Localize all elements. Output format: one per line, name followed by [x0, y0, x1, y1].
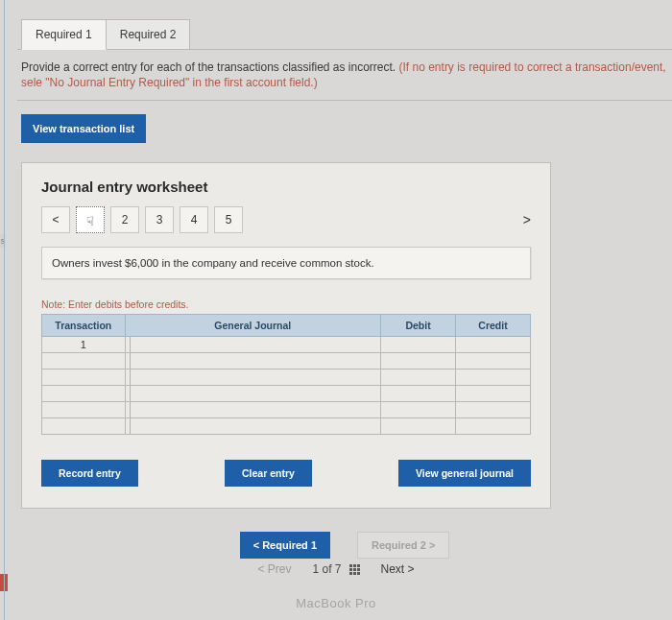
step-2-button[interactable]: 2	[110, 206, 139, 233]
col-header-debit: Debit	[381, 315, 456, 337]
cell-account-3[interactable]	[125, 370, 380, 386]
journal-table: Transaction General Journal Debit Credit…	[41, 314, 531, 435]
cell-debit-2[interactable]	[381, 353, 456, 370]
pager-indicator: 1 of 7	[312, 562, 359, 576]
pager-next-link[interactable]: Next >	[381, 562, 415, 576]
instruction-text: Provide a correct entry for each of the …	[17, 49, 672, 101]
instruction-black: Provide a correct entry for each of the …	[21, 60, 399, 74]
table-row: 1	[42, 337, 531, 353]
view-transaction-list-button[interactable]: View transaction list	[21, 114, 146, 143]
cell-account-4[interactable]	[125, 386, 380, 402]
step-5-button[interactable]: 5	[214, 206, 243, 233]
cell-credit-3[interactable]	[456, 370, 531, 386]
tab-required-2[interactable]: Required 2	[107, 19, 191, 50]
grid-icon[interactable]	[349, 564, 360, 575]
worksheet-title: Journal entry worksheet	[41, 179, 531, 195]
step-prev-button[interactable]: <	[41, 206, 70, 233]
step-3-button[interactable]: 3	[145, 206, 174, 233]
cell-account-5[interactable]	[125, 402, 380, 418]
worksheet-step-nav: < ☟ 2 3 4 5 >	[41, 206, 531, 233]
device-label: MacBook Pro	[0, 596, 672, 610]
step-next-button[interactable]: >	[510, 212, 531, 227]
cell-debit-1[interactable]	[381, 337, 456, 353]
journal-worksheet: Journal entry worksheet < ☟ 2 3 4 5 > Ow…	[21, 162, 551, 509]
table-row	[42, 418, 531, 435]
cell-debit-3[interactable]	[381, 370, 456, 386]
clear-entry-button[interactable]: Clear entry	[225, 460, 312, 487]
cursor-icon: ☟	[86, 215, 94, 227]
requirement-tabs: Required 1 Required 2	[21, 19, 672, 50]
cell-account-2[interactable]	[125, 353, 380, 370]
cell-credit-6[interactable]	[456, 418, 531, 435]
cell-debit-5[interactable]	[381, 402, 456, 418]
required-2-next-button[interactable]: Required 2 >	[357, 532, 449, 559]
cell-account-1[interactable]	[125, 337, 380, 353]
cell-credit-2[interactable]	[456, 353, 531, 370]
cell-transaction-1: 1	[42, 337, 126, 353]
table-row	[42, 402, 531, 418]
view-general-journal-button[interactable]: View general journal	[398, 460, 531, 487]
cell-credit-5[interactable]	[456, 402, 531, 418]
transaction-description: Owners invest $6,000 in the company and …	[41, 247, 531, 279]
cell-debit-6[interactable]	[381, 418, 456, 435]
record-entry-button[interactable]: Record entry	[41, 460, 138, 487]
col-header-general-journal: General Journal	[125, 315, 380, 337]
pager-prev-link[interactable]: < Prev	[257, 562, 291, 576]
cell-credit-4[interactable]	[456, 386, 531, 402]
table-row	[42, 353, 531, 370]
step-4-button[interactable]: 4	[180, 206, 208, 233]
tab-required-1[interactable]: Required 1	[21, 19, 107, 50]
table-row	[42, 370, 531, 386]
cell-credit-1[interactable]	[456, 337, 531, 353]
cell-account-6[interactable]	[125, 418, 380, 435]
col-header-transaction: Transaction	[42, 315, 126, 337]
step-1-current[interactable]: ☟	[76, 206, 105, 233]
left-sliver-s: s	[0, 234, 6, 248]
cell-debit-4[interactable]	[381, 386, 456, 402]
table-row	[42, 386, 531, 402]
required-1-prev-button[interactable]: < Required 1	[240, 532, 330, 559]
worksheet-note: Note: Enter debits before credits.	[41, 298, 531, 310]
footer-pager: < Prev 1 of 7 Next >	[0, 562, 672, 576]
pager-page-text: 1 of 7	[312, 562, 341, 576]
col-header-credit: Credit	[456, 315, 531, 337]
